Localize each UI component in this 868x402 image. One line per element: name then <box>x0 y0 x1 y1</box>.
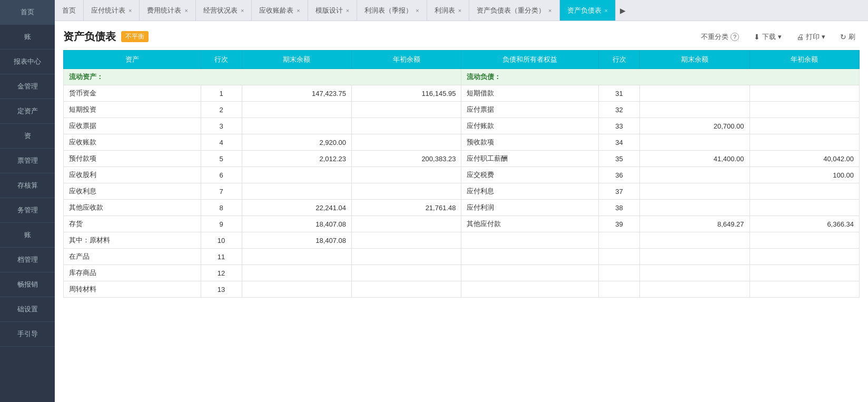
download-btn[interactable]: ⬇ 下载 ▾ <box>749 30 786 44</box>
cell-period-end <box>242 281 351 298</box>
tab-close-business-status[interactable]: × <box>241 7 244 14</box>
cell-asset: 其他应收款 <box>64 200 201 216</box>
page-title: 资产负债表 <box>63 30 116 44</box>
tab-receivable-aging[interactable]: 应收账龄表 × <box>252 0 308 21</box>
sidebar-item-ticket-mgmt[interactable]: 票管理 <box>0 149 55 173</box>
download-arrow-icon: ▾ <box>778 33 782 41</box>
print-label: 打印 <box>806 32 820 42</box>
cell-liability: 应付账款 <box>461 118 599 134</box>
sidebar-item-inventory-calc[interactable]: 存核算 <box>0 173 55 198</box>
cell-year-start2 <box>749 102 859 118</box>
classify-btn[interactable]: 不重分类 ? <box>697 30 743 44</box>
sidebar-item-tax-mgmt[interactable]: 务管理 <box>0 198 55 223</box>
cell-row-num2: 32 <box>598 102 639 118</box>
tab-close-expense-stats[interactable]: × <box>184 7 188 14</box>
cell-asset: 货币资金 <box>64 85 201 102</box>
cell-row-num2: 39 <box>598 216 639 232</box>
sidebar-item-fixed-assets[interactable]: 定资产 <box>0 99 55 124</box>
cell-row-num: 9 <box>201 216 242 232</box>
cell-period-end2 <box>640 102 749 118</box>
toolbar-right: 不重分类 ? ⬇ 下载 ▾ 🖨 打印 ▾ ↻ 刷 <box>697 30 860 44</box>
tab-scroll-right[interactable]: ▶ <box>616 0 630 21</box>
header-year-start: 年初余额 <box>352 51 461 69</box>
tab-template-design[interactable]: 模版设计 × <box>308 0 357 21</box>
cell-asset: 库存商品 <box>64 265 201 281</box>
cell-period-end2: 20,700.00 <box>640 118 749 134</box>
cell-row-num2: 35 <box>598 151 639 167</box>
tab-business-status[interactable]: 经营状况表 × <box>196 0 252 21</box>
tab-close-profit[interactable]: × <box>458 7 461 14</box>
cell-year-start2 <box>749 134 859 151</box>
tab-close-balance-sheet[interactable]: × <box>605 7 608 14</box>
section-right-label: 流动负债： <box>461 69 860 85</box>
cell-year-start2 <box>749 281 859 298</box>
tab-balance-sheet[interactable]: 资产负债表 × <box>560 0 616 21</box>
sidebar-item-archive-mgmt[interactable]: 档管理 <box>0 248 55 272</box>
tab-close-payable-stats[interactable]: × <box>129 7 132 14</box>
header-year-start2: 年初余额 <box>749 51 859 69</box>
table-row: 库存商品 12 <box>64 265 860 281</box>
print-btn[interactable]: 🖨 打印 ▾ <box>792 30 830 44</box>
header-row-num: 行次 <box>201 51 242 69</box>
cell-year-start <box>352 249 461 265</box>
cell-period-end2 <box>640 265 749 281</box>
cell-liability <box>461 232 599 249</box>
tab-close-template-design[interactable]: × <box>346 7 349 14</box>
section-header-row: 流动资产： 流动负债： <box>64 69 860 85</box>
cell-liability: 短期借款 <box>461 85 599 102</box>
sidebar-item-expense[interactable]: 畅报销 <box>0 272 55 297</box>
tab-expense-stats[interactable]: 费用统计表 × <box>140 0 195 21</box>
cell-period-end <box>242 249 351 265</box>
sidebar-item-account[interactable]: 账 <box>0 25 55 50</box>
content-area: 资产负债表 不平衡 不重分类 ? ⬇ 下载 ▾ 🖨 打印 ▾ <box>55 21 868 402</box>
cell-period-end2: 8,649.27 <box>640 216 749 232</box>
refresh-btn[interactable]: ↻ 刷 <box>836 30 860 44</box>
cell-row-num2: 34 <box>598 134 639 151</box>
table-row: 短期投资 2 应付票据 32 <box>64 102 860 118</box>
sidebar-item-home[interactable]: 首页 <box>0 0 55 25</box>
cell-asset: 在产品 <box>64 249 201 265</box>
tab-balance-reclassified[interactable]: 资产负债表（重分类） × <box>469 0 559 21</box>
tab-profit[interactable]: 利润表 × <box>427 0 469 21</box>
cell-liability: 应付职工薪酬 <box>461 151 599 167</box>
cell-year-start <box>352 216 461 232</box>
cell-year-start2 <box>749 118 859 134</box>
table-row: 预付款项 5 2,012.23 200,383.23 应付职工薪酬 35 41,… <box>64 151 860 167</box>
cell-year-start2 <box>749 249 859 265</box>
tab-payable-stats[interactable]: 应付统计表 × <box>84 0 140 21</box>
header-period-end2: 期末余额 <box>640 51 749 69</box>
cell-year-start2 <box>749 265 859 281</box>
cell-period-end2 <box>640 281 749 298</box>
tab-close-balance-reclassified[interactable]: × <box>548 7 551 14</box>
tab-profit-quarterly[interactable]: 利润表（季报） × <box>357 0 427 21</box>
cell-year-start <box>352 118 461 134</box>
cell-row-num: 11 <box>201 249 242 265</box>
cell-year-start2 <box>749 85 859 102</box>
cell-asset: 应收利息 <box>64 183 201 200</box>
tab-close-receivable-aging[interactable]: × <box>297 7 300 14</box>
print-arrow-icon: ▾ <box>822 33 825 41</box>
sidebar-item-settings[interactable]: 础设置 <box>0 297 55 322</box>
cell-row-num2: 31 <box>598 85 639 102</box>
sidebar-item-fund-mgmt[interactable]: 金管理 <box>0 74 55 99</box>
unbalanced-badge: 不平衡 <box>121 31 149 42</box>
cell-liability: 其他应付款 <box>461 216 599 232</box>
tab-close-profit-quarterly[interactable]: × <box>416 7 419 14</box>
cell-period-end: 2,920.00 <box>242 134 351 151</box>
sidebar-item-guide[interactable]: 手引导 <box>0 322 55 347</box>
help-icon[interactable]: ? <box>731 33 739 41</box>
cell-year-start <box>352 232 461 249</box>
header-asset: 资产 <box>64 51 201 69</box>
cell-year-start2: 100.00 <box>749 167 859 183</box>
sidebar-item-ledger[interactable]: 账 <box>0 223 55 248</box>
sidebar-item-capital[interactable]: 资 <box>0 124 55 149</box>
cell-period-end <box>242 183 351 200</box>
cell-year-start <box>352 167 461 183</box>
page-header: 资产负债表 不平衡 不重分类 ? ⬇ 下载 ▾ 🖨 打印 ▾ <box>63 30 860 44</box>
cell-row-num: 3 <box>201 118 242 134</box>
sidebar-item-report-center[interactable]: 报表中心 <box>0 50 55 74</box>
download-icon: ⬇ <box>754 33 760 41</box>
tab-home[interactable]: 首页 <box>55 0 84 21</box>
sidebar: 首页 账 报表中心 金管理 定资产 资 票管理 存核算 务管理 账 档管理 畅报… <box>0 0 55 402</box>
cell-period-end2 <box>640 200 749 216</box>
